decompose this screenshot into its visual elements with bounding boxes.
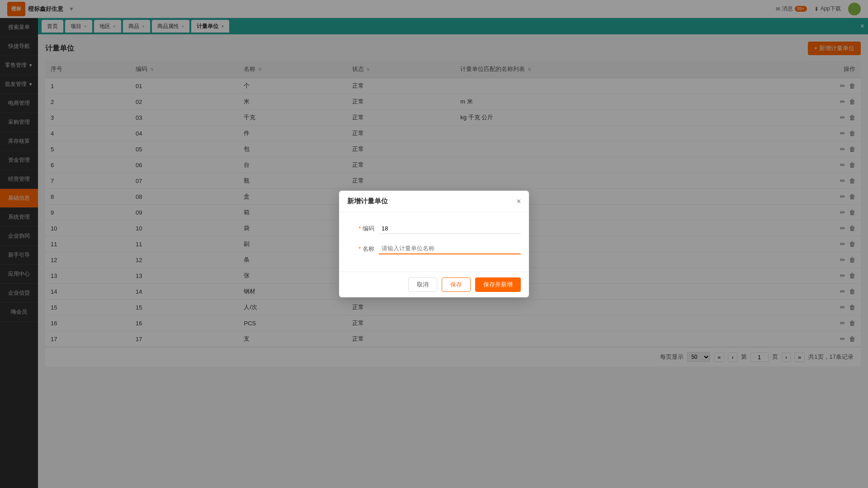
modal-overlay: 新增计量单位 × 编码 名称 取消 保存 保存并新增 xyxy=(0,0,868,488)
code-input[interactable] xyxy=(379,223,521,234)
modal-header: 新增计量单位 × xyxy=(339,191,529,212)
save-button[interactable]: 保存 xyxy=(442,277,471,292)
name-input[interactable] xyxy=(379,243,521,254)
modal-footer: 取消 保存 保存并新增 xyxy=(339,272,529,297)
code-label: 编码 xyxy=(347,225,374,233)
name-label: 名称 xyxy=(347,245,374,253)
cancel-button[interactable]: 取消 xyxy=(408,277,437,292)
name-form-row: 名称 xyxy=(347,243,521,254)
modal-close-button[interactable]: × xyxy=(517,197,521,206)
code-form-row: 编码 xyxy=(347,223,521,234)
save-continue-button[interactable]: 保存并新增 xyxy=(475,277,521,292)
modal-body: 编码 名称 xyxy=(339,212,529,272)
modal-title: 新增计量单位 xyxy=(347,197,388,206)
add-unit-modal: 新增计量单位 × 编码 名称 取消 保存 保存并新增 xyxy=(339,191,529,297)
